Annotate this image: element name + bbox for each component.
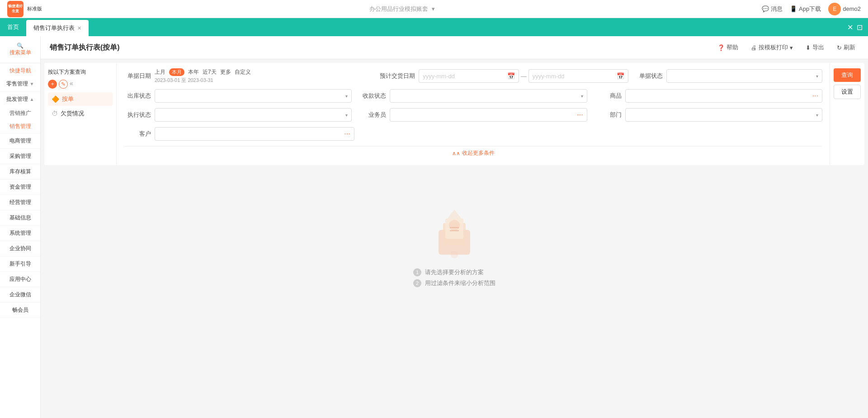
inventory-label: 库存核算 <box>9 168 31 176</box>
collapse-more-btn[interactable]: ∧∧ 收起更多条件 <box>124 146 822 160</box>
sidebar-group-basic: 基础信息 <box>0 210 40 226</box>
user-menu[interactable]: E demo2 <box>828 3 861 15</box>
execution-dropdown-icon: ▾ <box>345 113 348 118</box>
brand-logo: 畅捷通好生意 <box>7 1 24 17</box>
template-print-btn[interactable]: 🖨 按模板打印 ▾ <box>747 42 797 53</box>
edit-scheme-btn[interactable]: ✎ <box>59 80 68 89</box>
tab-sales-order[interactable]: 销售订单执行表 ✕ <box>26 20 89 36</box>
sidebar-item-retail[interactable]: 零售管理 ▼ <box>0 76 40 91</box>
sidebar-item-guide[interactable]: 新手引导 <box>0 256 40 271</box>
tip2-num: 2 <box>413 279 421 287</box>
query-btn[interactable]: 查询 <box>834 68 861 82</box>
tip1-num: 1 <box>413 268 421 276</box>
dropdown-icon[interactable]: ▾ <box>432 5 435 12</box>
filter-scheme-by-debt[interactable]: ⏱ 欠货情况 <box>48 107 113 120</box>
refresh-label: 刷新 <box>844 43 855 52</box>
help-label: 帮助 <box>726 43 738 52</box>
sidebar-item-operation[interactable]: 经营管理 <box>0 195 40 210</box>
shortcut-more[interactable]: 更多 <box>220 68 231 76</box>
tabbar: 首页 销售订单执行表 ✕ ✕ ⊡ <box>0 18 868 36</box>
expected-date-field: 预计交货日期 yyyy-mm-dd 📅 — yyyy-mm-dd 📅 <box>380 69 628 83</box>
window-restore-icon[interactable]: ⊡ <box>857 23 863 32</box>
message-label: 消息 <box>771 5 783 13</box>
sidebar-item-inventory[interactable]: 库存核算 <box>0 164 40 179</box>
expected-date-from[interactable]: yyyy-mm-dd 📅 <box>419 69 519 83</box>
expected-date-to[interactable]: yyyy-mm-dd 📅 <box>528 69 629 83</box>
shortcut-this-year[interactable]: 本年 <box>188 68 199 76</box>
enterprise-label: 企业协同 <box>9 245 31 252</box>
member-label: 畅会员 <box>12 306 28 314</box>
execution-status-select[interactable]: ▾ <box>155 108 352 122</box>
search-menu-btn[interactable]: 🔍 搜索菜单 <box>4 41 37 58</box>
order-status-select[interactable]: ▾ <box>666 69 822 83</box>
salesperson-label: 业务员 <box>359 111 386 119</box>
basic-label: 基础信息 <box>9 214 31 222</box>
sidebar-item-finance[interactable]: 资金管理 <box>0 180 40 195</box>
search-menu-label: 搜索菜单 <box>5 49 35 57</box>
sidebar-group-guide: 新手引导 <box>0 256 40 272</box>
system-label: 系统管理 <box>9 229 31 237</box>
shortcut-last-month[interactable]: 上月 <box>155 68 165 76</box>
product-more-icon[interactable]: ··· <box>812 92 818 100</box>
sidebar-group-enterprise: 企业协同 <box>0 241 40 256</box>
date-separator: — <box>521 73 527 80</box>
salesperson-more-icon[interactable]: ··· <box>577 111 583 119</box>
print-icon: 🖨 <box>751 44 757 51</box>
customer-select[interactable]: ··· <box>155 127 354 141</box>
customer-more-icon[interactable]: ··· <box>344 130 350 138</box>
shortcut-7days[interactable]: 近7天 <box>203 68 217 76</box>
by-order-icon: 🔶 <box>52 95 59 103</box>
quick-nav-label[interactable]: 快捷导航 <box>0 63 40 76</box>
tab-close-icon[interactable]: ✕ <box>77 25 81 31</box>
sidebar-item-wechat[interactable]: 企业微信 <box>0 287 40 302</box>
salesperson-select[interactable]: ··· <box>390 108 587 122</box>
filter-scheme-by-order[interactable]: 🔶 按单 <box>48 92 113 106</box>
collapse-up-icon: ∧∧ <box>452 150 460 157</box>
page-actions: ❓ 帮助 🖨 按模板打印 ▾ ⬇ 导出 ↻ 刷新 <box>714 42 859 53</box>
product-label: 办公用品行业模拟账套 <box>369 5 428 13</box>
delivery-status-select[interactable]: ▾ <box>155 89 352 103</box>
sidebar-item-marketing[interactable]: 营销推广 <box>0 107 40 120</box>
empty-tip-1: 1 请先选择要分析的方案 <box>413 268 495 276</box>
svg-point-7 <box>451 251 458 258</box>
sidebar-item-apps[interactable]: 应用中心 <box>0 272 40 287</box>
sidebar-item-member[interactable]: 畅会员 <box>0 303 40 318</box>
shortcut-this-month[interactable]: 本月 <box>169 68 184 76</box>
sidebar-group-ecommerce: 电商管理 <box>0 133 40 149</box>
sidebar-item-enterprise[interactable]: 企业协同 <box>0 241 40 256</box>
sidebar-item-basic[interactable]: 基础信息 <box>0 210 40 225</box>
sidebar-item-system[interactable]: 系统管理 <box>0 226 40 241</box>
sidebar-item-ecommerce[interactable]: 电商管理 <box>0 133 40 148</box>
help-btn[interactable]: ❓ 帮助 <box>714 42 742 53</box>
by-debt-label: 欠货情况 <box>61 109 84 118</box>
payment-dropdown-icon: ▾ <box>581 94 583 99</box>
svg-marker-6 <box>448 209 461 218</box>
sidebar-item-wholesale[interactable]: 批发管理 ▲ <box>0 92 40 107</box>
collapse-sidebar-btn[interactable]: « <box>70 80 73 89</box>
message-icon: 💬 <box>762 5 769 12</box>
marketing-label: 营销推广 <box>9 110 31 116</box>
expected-date-range: yyyy-mm-dd 📅 — yyyy-mm-dd 📅 <box>419 69 628 83</box>
product-select[interactable]: ··· <box>625 89 822 103</box>
add-scheme-btn[interactable]: + <box>48 80 57 89</box>
refresh-btn[interactable]: ↻ 刷新 <box>833 42 859 53</box>
department-field: 部门 ▾ <box>594 108 822 122</box>
sidebar-item-sales[interactable]: 销售管理 <box>0 120 40 133</box>
operation-label: 经营管理 <box>9 199 31 206</box>
shortcut-custom[interactable]: 自定义 <box>235 68 251 76</box>
department-select[interactable]: ▾ <box>625 108 822 122</box>
sidebar-item-purchase[interactable]: 采购管理 <box>0 149 40 164</box>
payment-status-select[interactable]: ▾ <box>390 89 587 103</box>
settings-btn[interactable]: 设置 <box>834 85 861 99</box>
sales-label: 销售管理 <box>9 123 31 129</box>
sidebar-group-apps: 应用中心 <box>0 272 40 287</box>
topbar: 畅捷通好生意 标准版 办公用品行业模拟账套 ▾ 💬 消息 📱 App下载 E d… <box>0 0 868 18</box>
template-dropdown-icon: ▾ <box>790 44 793 51</box>
window-close-icon[interactable]: ✕ <box>847 23 853 32</box>
message-btn[interactable]: 💬 消息 <box>762 5 783 13</box>
add-icon: + <box>51 81 54 87</box>
date-range-text: 2023-03-01 至 2023-03-31 <box>155 77 373 84</box>
export-btn[interactable]: ⬇ 导出 <box>802 42 828 53</box>
tab-home[interactable]: 首页 <box>0 18 26 36</box>
app-download-btn[interactable]: 📱 App下载 <box>790 5 821 13</box>
